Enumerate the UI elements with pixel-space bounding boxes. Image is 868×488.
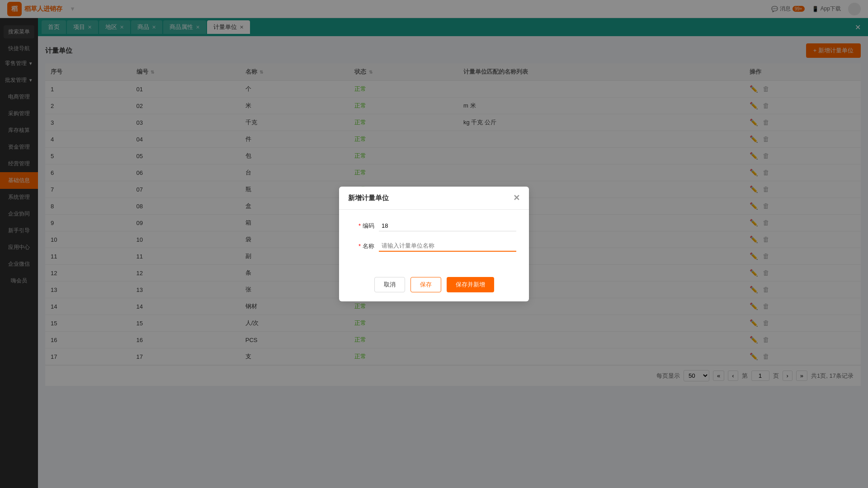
code-input[interactable] — [379, 221, 516, 231]
add-unit-modal: 新增计量单位 ✕ 编码 名称 取消 保存 保存并新增 — [339, 187, 529, 301]
modal-footer: 取消 保存 保存并新增 — [339, 272, 529, 301]
code-form-row: 编码 — [352, 221, 516, 231]
name-form-row: 名称 — [352, 240, 516, 252]
modal-body: 编码 名称 — [339, 210, 529, 272]
save-button[interactable]: 保存 — [410, 277, 441, 292]
modal-overlay[interactable]: 新增计量单位 ✕ 编码 名称 取消 保存 保存并新增 — [0, 0, 868, 488]
modal-header: 新增计量单位 ✕ — [339, 187, 529, 210]
code-label: 编码 — [352, 222, 374, 230]
save-and-new-button[interactable]: 保存并新增 — [447, 277, 494, 292]
modal-title: 新增计量单位 — [348, 194, 389, 202]
modal-close-button[interactable]: ✕ — [513, 193, 520, 203]
name-label: 名称 — [352, 242, 374, 250]
name-input[interactable] — [379, 240, 516, 252]
cancel-button[interactable]: 取消 — [374, 277, 405, 292]
